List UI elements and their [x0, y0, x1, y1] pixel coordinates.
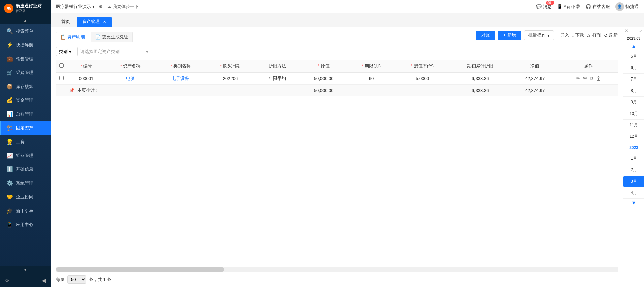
th-depreciation-method: 折旧方法 — [255, 60, 300, 73]
sidebar-item-基础信息[interactable]: ℹ️基础信息 — [0, 162, 51, 176]
subtotal-original-value: 50,000.00 — [300, 85, 348, 96]
cal-dec[interactable]: 12月 — [623, 131, 644, 142]
right-panel: ✕ ⤢ 2023.03 ▲ 5月 6月 7月 8月 9月 10月 11月 12月… — [623, 27, 644, 287]
row-checkbox[interactable] — [59, 76, 64, 80]
delete-icon[interactable]: 🗑 — [596, 76, 601, 81]
message-button[interactable]: 💬 消息 99+ — [536, 4, 552, 10]
cal-jul[interactable]: 7月 — [623, 74, 644, 85]
cal-apr[interactable]: 4月 — [623, 187, 644, 199]
subtab-detail-icon: 📋 — [60, 34, 66, 40]
sidebar-item-应用中心[interactable]: 📱应用中心 — [0, 218, 51, 231]
subtab-left: 📋 资产明细 📄 变更生成凭证 — [56, 32, 133, 42]
th-name: 资产名称 — [105, 60, 155, 73]
cal-feb[interactable]: 2月 — [623, 164, 644, 176]
nav-icon-5: 💰 — [6, 97, 13, 103]
print-button[interactable]: 🖨 打印 — [587, 32, 601, 38]
sidebar-item-搜索菜单[interactable]: 🔍搜索菜单 — [0, 24, 51, 38]
cal-nov[interactable]: 11月 — [623, 120, 644, 131]
row-name[interactable]: 电脑 — [105, 73, 155, 85]
sidebar-bottom: ⚙ ◀ — [0, 274, 51, 287]
cal-oct[interactable]: 10月 — [623, 108, 644, 120]
sidebar-item-企业协同[interactable]: 🤝企业协同 — [0, 190, 51, 204]
cal-mar[interactable]: 3月 — [623, 176, 644, 187]
view-icon[interactable]: 👁 — [583, 76, 587, 81]
nav-icon-11: ⚙️ — [6, 180, 13, 186]
experience-button[interactable]: ☁ 我要体验一下 — [107, 4, 139, 10]
cal-aug[interactable]: 8月 — [623, 85, 644, 97]
settings-icon[interactable]: ⚙ — [5, 277, 9, 284]
sidebar-item-采购管理[interactable]: 🛒采购管理 — [0, 66, 51, 79]
category-label-select[interactable]: 类别 ▾ — [56, 47, 74, 56]
nav-icon-12: 🤝 — [6, 194, 13, 200]
per-page-select[interactable]: 50 100 200 — [67, 275, 86, 284]
calendar-up-arrow[interactable]: ▲ — [630, 42, 638, 51]
logo-icon: 畅 — [4, 4, 13, 13]
sidebar: 畅 畅捷通好业财 普及版 ▲ 🔍搜索菜单⚡快捷导航💼销售管理🛒采购管理📦库存核算… — [0, 0, 51, 287]
sidebar-item-总账管理[interactable]: 📊总账管理 — [0, 107, 51, 121]
calendar-expand-icon[interactable]: ⤢ — [639, 28, 643, 33]
nav-icon-13: 🎓 — [6, 208, 13, 214]
import-button[interactable]: ↑ 导入 — [557, 32, 569, 38]
horizontal-scrollbar[interactable] — [56, 267, 618, 272]
edit-icon[interactable]: ✏ — [576, 76, 580, 81]
tab-asset-management[interactable]: 资产管理 ✕ — [77, 17, 112, 27]
tab-home[interactable]: 首页 — [56, 17, 75, 27]
nav-icon-1: ⚡ — [6, 42, 13, 48]
filter-dropdown-icon: ▾ — [69, 49, 71, 54]
sidebar-item-资金管理[interactable]: 💰资金管理 — [0, 93, 51, 107]
new-button[interactable]: + 新增 — [498, 31, 521, 40]
company-settings-icon[interactable]: ⚙ — [99, 4, 103, 9]
tab-close-icon[interactable]: ✕ — [103, 20, 106, 24]
main-area: 医疗器械行业演示 ▾ ⚙ ☁ 我要体验一下 💬 消息 99+ 📱 App下载 🎧… — [51, 0, 644, 287]
subtab-asset-detail[interactable]: 📋 资产明细 — [56, 32, 89, 42]
filter-input-arrow: ▾ — [146, 49, 148, 54]
cal-jan[interactable]: 1月 — [623, 153, 644, 164]
th-action: 操作 — [559, 60, 618, 73]
subtab-change-voucher[interactable]: 📄 变更生成凭证 — [91, 32, 133, 42]
nav-icon-9: 📈 — [6, 152, 13, 159]
th-net-value: 净值 — [511, 60, 559, 73]
reconcile-button[interactable]: 对账 — [476, 31, 495, 40]
sidebar-item-工资[interactable]: 👷工资 — [0, 135, 51, 149]
batch-dropdown-icon: ▾ — [547, 33, 550, 38]
refresh-icon: ↺ — [604, 33, 608, 38]
sidebar-scroll-up[interactable]: ▲ — [0, 17, 51, 24]
calendar-down-arrow[interactable]: ▼ — [630, 199, 638, 208]
sidebar-item-快捷导航[interactable]: ⚡快捷导航 — [0, 38, 51, 52]
sidebar-item-新手引导[interactable]: 🎓新手引导 — [0, 204, 51, 218]
filter-bar: 类别 ▾ 请选择固定资产类别 ▾ — [51, 43, 623, 60]
calendar-year-display: 2023.03 — [623, 35, 644, 42]
sidebar-item-经营管理[interactable]: 📈经营管理 — [0, 149, 51, 162]
select-all-checkbox[interactable] — [59, 63, 64, 68]
user-avatar[interactable]: 👤 畅捷通 — [615, 2, 639, 11]
category-input[interactable]: 请选择固定资产类别 ▾ — [77, 47, 151, 56]
download-button[interactable]: ↓ 下载 — [572, 32, 584, 38]
cal-jun[interactable]: 6月 — [623, 62, 644, 74]
sidebar-scroll-down[interactable]: ▼ — [0, 266, 51, 274]
nav-icon-14: 📱 — [6, 221, 13, 228]
cal-year-2023[interactable]: 2023 — [623, 142, 644, 153]
sidebar-item-库存核算[interactable]: 📦库存核算 — [0, 79, 51, 93]
refresh-button[interactable]: ↺ 刷新 — [604, 32, 618, 38]
sidebar-title-wrap: 畅捷通好业财 普及版 — [16, 3, 42, 13]
copy-icon[interactable]: ⧉ — [590, 76, 593, 82]
collapse-icon[interactable]: ◀ — [42, 277, 46, 284]
th-residual-rate: 残值率(%) — [395, 60, 450, 73]
row-original-value: 50,000.00 — [300, 73, 348, 85]
calendar-close-icon[interactable]: ✕ — [625, 28, 628, 33]
cal-sep[interactable]: 9月 — [623, 97, 644, 108]
main-panel: 📋 资产明细 📄 变更生成凭证 对账 + 新增 批量操作 ▾ — [51, 27, 623, 287]
sidebar-item-系统管理[interactable]: ⚙️系统管理 — [0, 176, 51, 190]
row-depreciation-method: 年限平均 — [255, 73, 300, 85]
nav-icon-0: 🔍 — [6, 28, 13, 34]
table-wrap: 编号 资产名称 类别名称 购买日期 折旧方法 原值 期限(月) 残值率(%) 期… — [51, 60, 623, 267]
app-download-button[interactable]: 📱 App下载 — [557, 4, 580, 10]
sidebar-item-销售管理[interactable]: 💼销售管理 — [0, 52, 51, 66]
batch-button[interactable]: 批量操作 ▾ — [524, 30, 554, 40]
online-service-button[interactable]: 🎧 在线客服 — [586, 4, 610, 10]
sidebar-item-固定资产[interactable]: 🏗️固定资产 — [0, 121, 51, 135]
company-selector[interactable]: 医疗器械行业演示 ▾ — [56, 4, 95, 10]
row-category[interactable]: 电子设备 — [155, 73, 205, 85]
company-name: 医疗器械行业演示 — [56, 4, 91, 10]
cal-may[interactable]: 5月 — [623, 51, 644, 62]
